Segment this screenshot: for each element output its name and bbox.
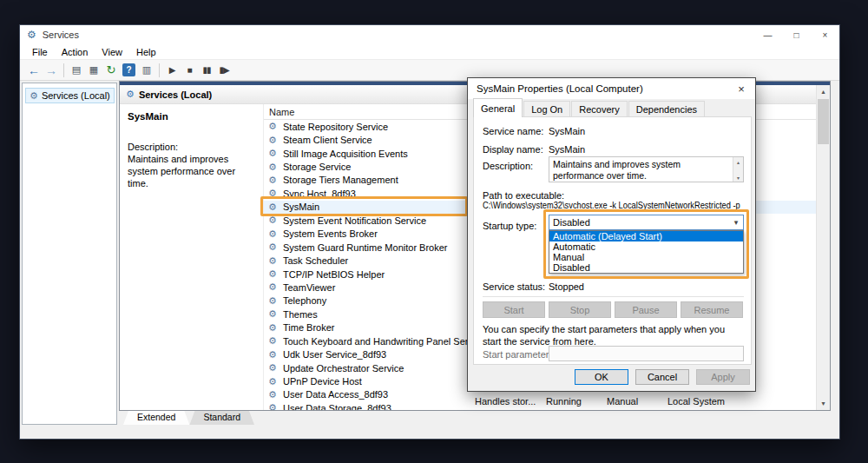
tree-item-label: Services (Local) — [42, 90, 110, 101]
help-icon[interactable]: ? — [122, 63, 135, 76]
bg-row-description-cell: Handles stor... — [475, 396, 536, 407]
stop-service-icon[interactable]: ■ — [181, 62, 198, 79]
path-to-executable-value: C:\Windows\system32\svchost.exe -k Local… — [483, 201, 729, 210]
service-name-label: Storage Tiers Management — [283, 175, 398, 185]
ok-button[interactable]: OK — [575, 369, 628, 385]
tab-standard[interactable]: Standard — [189, 411, 254, 425]
service-gear-icon: ⚙ — [268, 256, 279, 266]
service-gear-icon: ⚙ — [268, 309, 279, 319]
startup-type-value: Disabled — [549, 217, 729, 228]
stop-button[interactable]: Stop — [549, 301, 611, 318]
refresh-icon[interactable]: ↻ — [102, 62, 120, 79]
menu-file[interactable]: File — [25, 47, 55, 57]
service-name-label: Time Broker — [283, 322, 335, 333]
startup-option[interactable]: Automatic (Delayed Start) — [549, 231, 743, 241]
service-name-label: System Event Notification Service — [283, 215, 426, 226]
tree-item-services-local[interactable]: ⚙ Services (Local) — [25, 88, 115, 103]
startup-type-label: Startup type: — [483, 221, 536, 231]
maximize-button[interactable]: □ — [782, 25, 811, 44]
apply-button[interactable]: Apply — [696, 369, 750, 385]
dialog-close-icon[interactable]: × — [727, 78, 755, 99]
close-button[interactable]: × — [811, 25, 839, 44]
tab-dependencies[interactable]: Dependencies — [628, 101, 705, 116]
description-scroll-up-icon[interactable]: ▴ — [733, 157, 743, 166]
forward-icon[interactable]: → — [43, 62, 60, 79]
service-status-label: Service status: — [483, 281, 545, 292]
dialog-title: SysMain Properties (Local Computer) — [477, 83, 643, 94]
service-name-label: SysMain — [283, 202, 319, 212]
service-gear-icon: ⚙ — [268, 162, 279, 172]
properties-icon[interactable]: ▦ — [85, 62, 102, 79]
back-icon[interactable]: ← — [25, 62, 43, 79]
console-tree-pane: ⚙ Services (Local) — [22, 83, 117, 425]
startup-options-list: Automatic (Delayed Start)AutomaticManual… — [549, 230, 744, 274]
bg-row-status-cell: Running — [546, 396, 582, 407]
startup-option[interactable]: Automatic — [549, 241, 743, 252]
service-name-label: Update Orchestrator Service — [283, 363, 404, 374]
scrollbar-thumb[interactable] — [818, 99, 829, 144]
service-name-label: Still Image Acquisition Events — [283, 149, 408, 159]
cancel-button[interactable]: Cancel — [635, 369, 689, 385]
vertical-scrollbar[interactable]: ▴ ▾ — [816, 85, 830, 410]
service-gear-icon: ⚙ — [268, 229, 279, 239]
service-gear-icon: ⚙ — [268, 122, 279, 131]
services-node-icon: ⚙ — [30, 91, 38, 101]
resume-button[interactable]: Resume — [681, 301, 743, 318]
pause-button[interactable]: Pause — [615, 301, 677, 318]
tab-extended[interactable]: Extended — [123, 411, 189, 425]
display-name-field-label: Display name: — [483, 144, 543, 155]
dialog-titlebar: SysMain Properties (Local Computer) × — [468, 78, 755, 99]
startup-type-dropdown[interactable]: Disabled ▾ — [549, 215, 744, 230]
service-gear-icon: ⚙ — [268, 390, 279, 400]
start-parameters-input[interactable] — [549, 346, 744, 361]
services-app-icon: ⚙ — [27, 30, 36, 40]
service-gear-icon: ⚙ — [268, 242, 279, 252]
chevron-down-icon: ▾ — [729, 218, 743, 227]
start-service-icon[interactable]: ▶ — [163, 62, 181, 79]
divider — [483, 296, 744, 297]
service-name-label: Storage Service — [283, 162, 351, 172]
service-name-label: Steam Client Service — [283, 135, 372, 145]
start-parameters-hint: You can specify the start parameters tha… — [483, 324, 746, 348]
show-console-tree-icon[interactable]: ▤ — [68, 62, 85, 79]
service-name-label: System Events Broker — [283, 228, 378, 239]
service-status-value: Stopped — [549, 281, 584, 292]
startup-option[interactable]: Disabled — [549, 262, 743, 273]
service-gear-icon: ⚙ — [268, 363, 279, 373]
service-name-label: UPnP Device Host — [283, 376, 362, 387]
restart-service-icon[interactable]: ▮▶ — [215, 62, 233, 79]
start-button[interactable]: Start — [483, 301, 545, 318]
tab-recovery[interactable]: Recovery — [571, 101, 627, 116]
service-row[interactable]: ⚙ User Data Storage_8df93 — [264, 401, 816, 410]
description-box[interactable]: Maintains and improves system performanc… — [549, 156, 744, 182]
service-name-label: Sync Host_8df93 — [283, 189, 356, 199]
service-name-value: SysMain — [549, 126, 585, 136]
menu-bar: File Action View Help — [20, 44, 839, 60]
service-name-label: TeamViewer — [283, 282, 335, 293]
description-scroll-down-icon[interactable]: ▾ — [733, 173, 743, 182]
service-gear-icon: ⚙ — [268, 149, 279, 158]
menu-help[interactable]: Help — [129, 47, 163, 57]
service-gear-icon: ⚙ — [268, 403, 279, 410]
tab-log-on[interactable]: Log On — [523, 101, 570, 116]
path-to-executable-label: Path to executable: — [483, 190, 564, 201]
tab-general[interactable]: General — [473, 98, 523, 117]
pause-service-icon[interactable]: ▮▮ — [198, 62, 215, 79]
window-titlebar: ⚙ Services — □ × — [20, 25, 839, 44]
description-scrollbar[interactable]: ▴ ▾ — [733, 157, 743, 182]
service-gear-icon: ⚙ — [268, 282, 279, 292]
scroll-up-icon[interactable]: ▴ — [817, 85, 830, 98]
service-gear-icon: ⚙ — [268, 323, 279, 333]
scroll-down-icon[interactable]: ▾ — [817, 397, 830, 410]
service-gear-icon: ⚙ — [268, 350, 279, 360]
startup-option[interactable]: Manual — [549, 252, 743, 262]
selected-service-name: SysMain — [128, 111, 256, 122]
menu-action[interactable]: Action — [55, 47, 95, 57]
minimize-button[interactable]: — — [753, 25, 782, 44]
service-name-label: System Guard Runtime Monitor Broker — [283, 242, 448, 253]
description-text: Maintains and improves system performanc… — [128, 154, 258, 189]
service-name-label: Telephony — [283, 295, 326, 306]
service-gear-icon: ⚙ — [268, 202, 279, 212]
menu-view[interactable]: View — [95, 47, 129, 57]
export-list-icon[interactable]: ▥ — [138, 62, 155, 79]
